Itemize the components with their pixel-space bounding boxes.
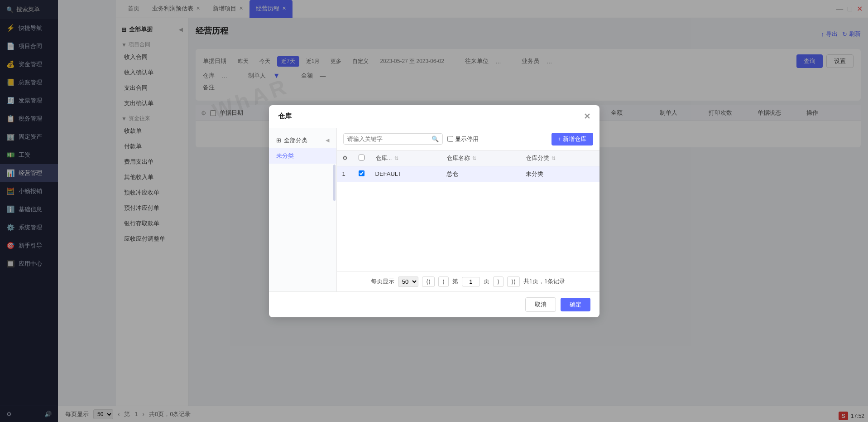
row-index: 1 (337, 166, 353, 182)
modal-last-page-btn[interactable]: ⟩⟩ (507, 276, 520, 287)
cancel-button[interactable]: 取消 (525, 297, 556, 312)
grid-icon2: ⊞ (276, 137, 281, 144)
tree-scrollbar[interactable] (333, 165, 336, 201)
tree-item-all[interactable]: ⊞ 全部分类 ◀ (269, 133, 336, 148)
add-warehouse-button[interactable]: + 新增仓库 (551, 133, 593, 146)
th-category-label: 仓库分类 (526, 155, 549, 161)
tree-collapse-btn[interactable]: ◀ (326, 137, 329, 143)
search-icon2: 🔍 (432, 136, 439, 142)
row-category: 未分类 (520, 166, 599, 182)
th-settings[interactable]: ⚙ (337, 150, 353, 166)
sort-icon-category: ⇅ (551, 155, 556, 161)
modal-page-label: 第 (452, 277, 458, 286)
th-name[interactable]: 仓库名称 ⇅ (441, 150, 520, 166)
modal-next-page-btn[interactable]: ⟩ (493, 276, 504, 287)
modal-tree: ⊞ 全部分类 ◀ 未分类 (269, 128, 337, 291)
search-input[interactable] (347, 136, 429, 142)
modal-page-suffix: 页 (484, 277, 489, 286)
modal-table: ⚙ 仓库... ⇅ 仓库名称 ⇅ 仓库分类 (337, 150, 599, 272)
search-box: 🔍 (343, 133, 443, 145)
row-checkbox[interactable] (353, 166, 370, 182)
modal-title: 仓库 (278, 112, 292, 121)
modal-total-text: 共1页，1条记录 (523, 277, 565, 286)
modal-close-button[interactable]: ✕ (584, 112, 590, 121)
modal-footer: 取消 确定 (269, 291, 599, 317)
modal-per-page-label: 每页显示 (371, 277, 394, 286)
sort-icon-code: ⇅ (394, 155, 398, 161)
th-code-label: 仓库... (375, 155, 392, 161)
modal-toolbar: 🔍 显示停用 + 新增仓库 (337, 128, 599, 150)
th-code[interactable]: 仓库... ⇅ (370, 150, 441, 166)
row-name: 总仓 (441, 166, 520, 182)
tree-all-label: 全部分类 (284, 136, 307, 145)
modal-page-input[interactable] (462, 277, 480, 286)
show-disabled-label[interactable]: 显示停用 (447, 135, 479, 143)
tree-uncategorized-label: 未分类 (276, 152, 294, 160)
modal-first-page-btn[interactable]: ⟨⟨ (422, 276, 435, 287)
modal-pagination: 每页显示 50 ⟨⟨ ⟨ 第 页 ⟩ ⟩⟩ 共1页，1条记录 (337, 272, 599, 291)
modal-header: 仓库 ✕ (269, 105, 599, 128)
row-code: DEFAULT (370, 166, 441, 182)
show-disabled-checkbox[interactable] (447, 136, 453, 142)
modal-right: 🔍 显示停用 + 新增仓库 ⚙ (337, 128, 599, 291)
table-row[interactable]: 1 DEFAULT 总仓 未分类 (337, 166, 599, 182)
tree-item-uncategorized[interactable]: 未分类 (269, 148, 336, 164)
modal-body: ⊞ 全部分类 ◀ 未分类 🔍 显示停用 (269, 128, 599, 291)
add-btn-container: + 新增仓库 (551, 133, 593, 146)
th-category[interactable]: 仓库分类 ⇅ (520, 150, 599, 166)
modal-per-page-select[interactable]: 50 (398, 276, 418, 287)
warehouse-modal: 仓库 ✕ ⊞ 全部分类 ◀ 未分类 🔍 (269, 105, 599, 317)
show-disabled-text: 显示停用 (455, 135, 479, 143)
th-checkbox-input[interactable] (359, 155, 364, 160)
confirm-button[interactable]: 确定 (561, 298, 590, 311)
sort-icon-name: ⇅ (472, 155, 476, 161)
th-name-label: 仓库名称 (446, 155, 470, 161)
modal-prev-page-btn[interactable]: ⟨ (438, 276, 449, 287)
th-checkbox (353, 150, 370, 166)
